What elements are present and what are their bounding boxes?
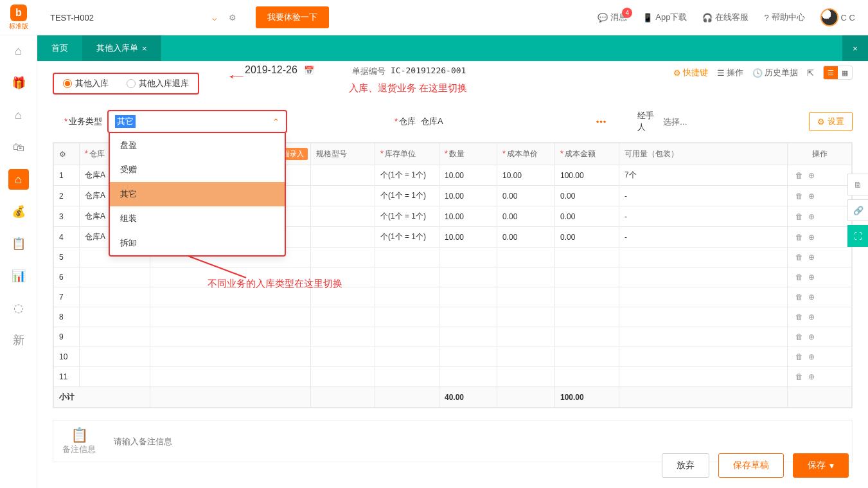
subtotal-amt: 100.00 <box>555 387 619 408</box>
dd-option-chexie[interactable]: 拆卸 <box>110 231 285 255</box>
nav-money-icon[interactable]: 💰 <box>8 201 29 222</box>
nav-house-icon[interactable]: ⌂ <box>8 105 29 125</box>
nav-ring-icon[interactable]: ◌ <box>8 298 29 318</box>
nav-clipboard-icon[interactable]: 📋 <box>8 233 29 254</box>
delete-icon[interactable]: 🗑 <box>795 273 803 282</box>
nav-report-icon[interactable]: 📊 <box>8 266 29 286</box>
org-name: TEST-H002 <box>50 13 94 23</box>
more-icon[interactable]: ••• <box>596 117 607 127</box>
tab-current[interactable]: 其他入库单 × <box>82 35 161 61</box>
view-list-icon[interactable]: ☰ <box>824 66 838 79</box>
nav-bag-icon[interactable]: 🛍 <box>8 137 29 158</box>
logo-icon: b <box>10 5 27 21</box>
add-row-icon[interactable]: ⊕ <box>808 273 815 282</box>
logo-text: 标准版 <box>9 22 28 31</box>
delete-icon[interactable]: 🗑 <box>795 293 803 302</box>
close-all-tabs[interactable]: × <box>842 35 868 61</box>
left-sidebar: ⌂ 🎁 ⌂ 🛍 ⌂ 💰 📋 📊 ◌ 新 <box>0 35 37 488</box>
gear-column-icon[interactable]: ⚙ <box>54 143 80 165</box>
view-grid-icon[interactable]: ▦ <box>838 66 852 79</box>
delete-icon[interactable]: 🗑 <box>795 352 803 361</box>
chat-icon: 💬 <box>598 13 608 23</box>
settings-button[interactable]: ⚙设置 <box>809 112 853 131</box>
delete-icon[interactable]: 🗑 <box>795 192 803 201</box>
online-service-button[interactable]: 🎧在线客服 <box>702 12 748 23</box>
app-download-button[interactable]: 📱App下载 <box>642 12 687 23</box>
add-row-icon[interactable]: ⊕ <box>808 372 815 381</box>
trial-button[interactable]: 我要体验一下 <box>256 6 329 28</box>
note-icon: 📋 <box>71 427 88 444</box>
add-row-icon[interactable]: ⊕ <box>808 233 815 242</box>
table-row[interactable]: 11 🗑⊕ <box>54 367 852 387</box>
dd-option-zuzhuang[interactable]: 组装 <box>110 206 285 231</box>
dd-option-shouzeng[interactable]: 受赠 <box>110 158 285 182</box>
table-row[interactable]: 7 🗑⊕ <box>54 287 852 307</box>
messages-button[interactable]: 💬 消息 4 <box>598 12 627 23</box>
message-badge: 4 <box>622 8 632 18</box>
add-row-icon[interactable]: ⊕ <box>808 171 815 180</box>
add-row-icon[interactable]: ⊕ <box>808 332 815 341</box>
chevron-down-icon: ▾ <box>829 460 834 471</box>
table-row[interactable]: 6 🗑⊕ <box>54 267 852 287</box>
warehouse-value[interactable]: 仓库A <box>421 116 443 127</box>
delete-icon[interactable]: 🗑 <box>795 372 803 381</box>
view-toggle[interactable]: ☰ ▦ <box>823 66 853 80</box>
discard-button[interactable]: 放弃 <box>662 453 709 478</box>
dd-option-qita[interactable]: 其它 <box>110 182 285 206</box>
radio-other-inbound[interactable]: 其他入库 <box>63 78 109 89</box>
user-menu[interactable]: C C <box>820 8 855 26</box>
shortcut-button[interactable]: ⚙快捷键 <box>673 67 708 78</box>
radio-other-return[interactable]: 其他入库退库 <box>127 78 189 89</box>
rail-expand-icon[interactable]: ⛶ <box>847 225 868 247</box>
nav-home-icon[interactable]: ⌂ <box>8 41 29 61</box>
logo[interactable]: b 标准版 <box>0 0 37 35</box>
table-row[interactable]: 10 🗑⊕ <box>54 347 852 367</box>
save-button[interactable]: 保存▾ <box>793 453 849 478</box>
delete-icon[interactable]: 🗑 <box>795 171 803 180</box>
inbound-type-radio-group: 其他入库 其他入库退库 <box>53 73 199 95</box>
history-button[interactable]: 🕓历史单据 <box>752 67 798 78</box>
export-icon[interactable]: ⇱ <box>807 68 814 78</box>
nav-new-icon[interactable]: 新 <box>8 330 29 350</box>
table-row[interactable]: 8 🗑⊕ <box>54 307 852 327</box>
bill-no-label: 单据编号 <box>352 66 385 77</box>
phone-icon: 📱 <box>642 13 653 23</box>
nav-gift-icon[interactable]: 🎁 <box>8 73 29 93</box>
delete-icon[interactable]: 🗑 <box>795 212 803 221</box>
add-row-icon[interactable]: ⊕ <box>808 192 815 201</box>
delete-icon[interactable]: 🗑 <box>795 312 803 321</box>
delete-icon[interactable]: 🗑 <box>795 332 803 341</box>
gear-icon[interactable]: ⚙ <box>229 13 236 23</box>
biz-type-select[interactable]: 其它 ⌃ 盘盈 受赠 其它 组装 拆卸 <box>107 110 287 133</box>
rail-doc-icon[interactable]: 🗎 <box>847 174 868 195</box>
bill-date[interactable]: 2019-12-26 <box>245 64 297 76</box>
add-row-icon[interactable]: ⊕ <box>808 293 815 302</box>
rail-link-icon[interactable]: 🔗 <box>847 199 868 221</box>
org-selector[interactable]: TEST-H002 ⌵ <box>50 13 217 23</box>
tab-bar: 首页 其他入库单 × × <box>37 35 868 61</box>
annotation-text-1: 入库、退货业务 在这里切换 <box>349 82 467 95</box>
biz-type-value: 其它 <box>115 115 136 128</box>
history-icon: 🕓 <box>752 68 763 78</box>
help-button[interactable]: ?帮助中心 <box>764 12 804 23</box>
bill-no-value: IC-20191226-001 <box>391 66 466 77</box>
dd-option-panying[interactable]: 盘盈 <box>110 133 285 158</box>
tab-home[interactable]: 首页 <box>37 35 82 61</box>
add-row-icon[interactable]: ⊕ <box>808 253 815 262</box>
add-row-icon[interactable]: ⊕ <box>808 312 815 321</box>
close-icon[interactable]: × <box>142 44 147 53</box>
annotation-text-2: 不同业务的入库类型在这里切换 <box>208 278 342 290</box>
gear-icon: ⚙ <box>817 117 825 127</box>
warehouse-label: 仓库 <box>399 116 416 126</box>
biz-type-label: 业务类型 <box>69 116 102 126</box>
calendar-icon[interactable]: 📅 <box>304 66 314 75</box>
save-draft-button[interactable]: 保存草稿 <box>718 453 784 478</box>
add-row-icon[interactable]: ⊕ <box>808 352 815 361</box>
add-row-icon[interactable]: ⊕ <box>808 212 815 221</box>
nav-warehouse-icon[interactable]: ⌂ <box>8 169 29 190</box>
operation-button[interactable]: ☰操作 <box>717 67 743 78</box>
delete-icon[interactable]: 🗑 <box>795 233 803 242</box>
handler-input[interactable] <box>663 117 721 127</box>
delete-icon[interactable]: 🗑 <box>795 253 803 262</box>
table-row[interactable]: 9 🗑⊕ <box>54 327 852 347</box>
